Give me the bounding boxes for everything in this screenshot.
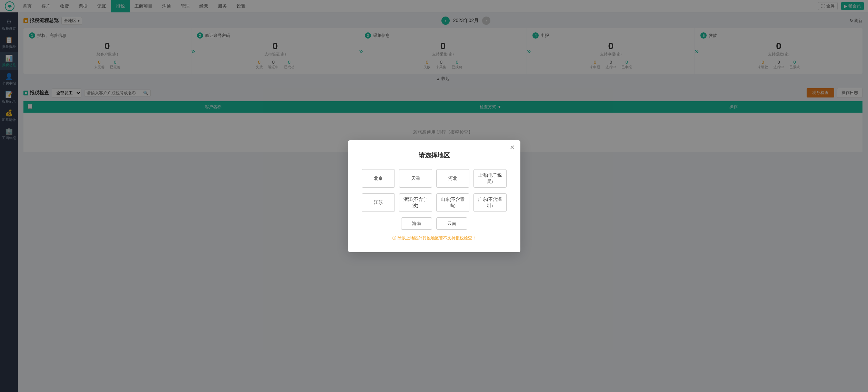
region-yunnan[interactable]: 云南	[436, 217, 467, 230]
region-select-modal: ✕ 请选择地区 北京 天津 河北 上海(电子税局) 江苏 浙江(不含宁波) 山东…	[348, 140, 520, 252]
region-tianjin[interactable]: 天津	[399, 169, 432, 188]
region-row-2: 江苏 浙江(不含宁波) 山东(不含青岛) 广东(不含深圳)	[362, 193, 507, 212]
region-hebei[interactable]: 河北	[436, 169, 469, 188]
modal-title: 请选择地区	[362, 151, 507, 159]
region-beijing[interactable]: 北京	[362, 169, 395, 188]
region-guangdong[interactable]: 广东(不含深圳)	[473, 193, 507, 212]
modal-close-btn[interactable]: ✕	[510, 144, 515, 151]
region-zhejiang[interactable]: 浙江(不含宁波)	[399, 193, 432, 212]
region-jiangsu[interactable]: 江苏	[362, 193, 395, 212]
region-hainan[interactable]: 海南	[401, 217, 432, 230]
region-shanghai[interactable]: 上海(电子税局)	[473, 169, 507, 188]
region-shandong[interactable]: 山东(不含青岛)	[436, 193, 469, 212]
warning-icon: ⓘ	[392, 235, 396, 241]
region-row-3: 海南 云南	[362, 217, 507, 230]
modal-warning: ⓘ 除以上地区外其他地区暂不支持报税检查！	[362, 235, 507, 241]
modal-overlay[interactable]: ✕ 请选择地区 北京 天津 河北 上海(电子税局) 江苏 浙江(不含宁波) 山东…	[0, 0, 868, 392]
region-row-1: 北京 天津 河北 上海(电子税局)	[362, 169, 507, 188]
